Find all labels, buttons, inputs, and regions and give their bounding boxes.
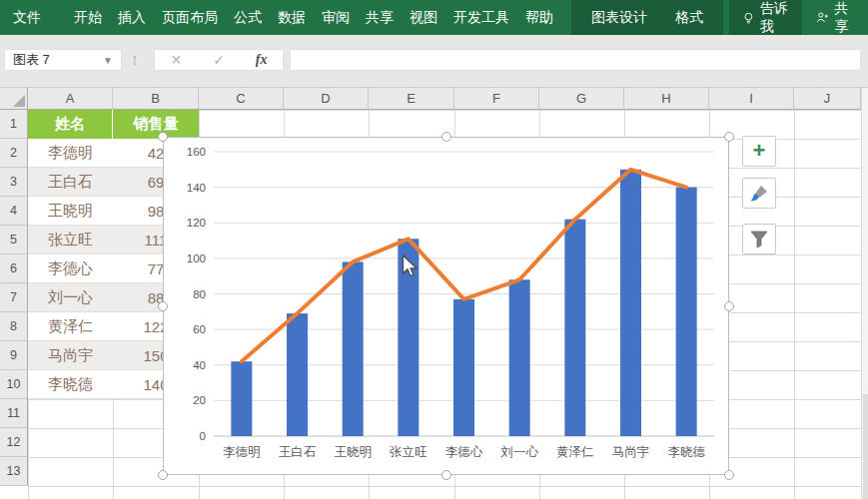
y-axis-tick-label: 0	[200, 430, 206, 442]
resize-handle-bottom-left[interactable]	[158, 470, 168, 480]
row-header-3[interactable]: 3	[0, 168, 28, 197]
row-header-9[interactable]: 9	[0, 341, 28, 370]
tab-home[interactable]: 开始	[66, 0, 110, 35]
tab-page-layout[interactable]: 页面布局	[154, 0, 226, 35]
tab-developer[interactable]: 开发工具	[445, 0, 517, 35]
tab-help[interactable]: 帮助	[517, 0, 561, 35]
ribbon-main-tabs: 开始插入页面布局公式数据审阅共享视图开发工具帮助	[66, 0, 561, 35]
row-header-8[interactable]: 8	[0, 312, 28, 341]
gridline-horizontal	[28, 486, 861, 487]
resize-handle-bottom-right[interactable]	[724, 470, 734, 480]
column-header-f[interactable]: F	[454, 88, 539, 110]
funnel-icon	[749, 230, 769, 249]
row-header-10[interactable]: 10	[0, 370, 28, 399]
chart-styles-button[interactable]	[742, 178, 776, 209]
bar-黄泽仁	[564, 220, 585, 436]
sales-combo-chart: 020406080100120140160李德明王白石王晓明张立旺李德心刘一心黄…	[164, 138, 728, 474]
table-row-name-cell[interactable]: 马尚宇	[28, 341, 113, 370]
row-header-1[interactable]: 1	[0, 110, 28, 139]
cancel-icon[interactable]: ✕	[170, 52, 182, 68]
column-header-j[interactable]: J	[794, 88, 861, 110]
tab-data[interactable]: 数据	[270, 0, 314, 35]
table-row-name-cell[interactable]: 张立旺	[28, 226, 113, 254]
y-axis-tick-label: 80	[193, 288, 206, 300]
y-axis-tick-label: 60	[193, 323, 206, 335]
row-header-5[interactable]: 5	[0, 226, 28, 254]
share-label: 共享	[835, 0, 854, 36]
row-header-4[interactable]: 4	[0, 197, 28, 226]
chart-elements-button[interactable]: +	[742, 136, 776, 167]
tab-formulas[interactable]: 公式	[226, 0, 270, 35]
table-row-name-cell[interactable]: 王晓明	[28, 197, 113, 226]
formula-bar-divider: ⁞	[133, 49, 136, 71]
bar-马尚宇	[620, 170, 641, 436]
row-header-13[interactable]: 13	[0, 457, 28, 486]
table-row-name-cell[interactable]: 刘一心	[28, 283, 113, 312]
tab-view[interactable]: 视图	[402, 0, 445, 35]
tell-me-button[interactable]: 告诉我	[729, 0, 802, 35]
column-header-i[interactable]: I	[709, 88, 794, 110]
y-axis-tick-label: 20	[193, 394, 206, 406]
column-header-g[interactable]: G	[539, 88, 624, 110]
table-row-name-cell[interactable]: 李德心	[28, 254, 113, 283]
x-axis-category-label: 李晓德	[667, 445, 705, 459]
tell-me-label: 告诉我	[760, 0, 788, 36]
resize-handle-top-right[interactable]	[724, 132, 734, 142]
resize-handle-bottom-middle[interactable]	[441, 470, 451, 480]
tab-insert[interactable]: 插入	[110, 0, 154, 35]
lightbulb-icon	[743, 9, 754, 27]
row-header-7[interactable]: 7	[0, 283, 28, 312]
column-header-d[interactable]: D	[284, 88, 369, 110]
y-axis-tick-label: 160	[187, 146, 206, 158]
row-header-12[interactable]: 12	[0, 428, 28, 457]
row-header-11[interactable]: 11	[0, 399, 28, 428]
resize-handle-middle-right[interactable]	[724, 301, 734, 311]
tab-file[interactable]: 文件	[0, 0, 54, 35]
x-axis-category-label: 刘一心	[499, 445, 538, 459]
column-header-e[interactable]: E	[369, 88, 454, 110]
tab-review[interactable]: 审阅	[314, 0, 358, 35]
formula-input[interactable]	[290, 49, 861, 71]
vertical-scrollbar[interactable]	[861, 88, 868, 499]
resize-handle-top-left[interactable]	[158, 132, 168, 142]
column-header-a[interactable]: A	[28, 88, 113, 110]
column-header-h[interactable]: H	[624, 88, 709, 110]
share-person-icon	[816, 9, 829, 26]
tab-share[interactable]: 共享	[358, 0, 402, 35]
x-axis-category-label: 张立旺	[390, 445, 428, 459]
chart-object[interactable]: 020406080100120140160李德明王白石王晓明张立旺李德心刘一心黄…	[163, 137, 729, 475]
bar-王晓明	[343, 261, 364, 436]
enter-icon[interactable]: ✓	[213, 52, 225, 68]
name-box[interactable]: 图表 7 ▼	[4, 49, 122, 71]
bar-王白石	[287, 313, 308, 436]
tab-chart-design[interactable]: 图表设计	[577, 0, 661, 35]
resize-handle-middle-left[interactable]	[158, 301, 168, 311]
column-header-b[interactable]: B	[113, 88, 199, 110]
row-header-2[interactable]: 2	[0, 139, 28, 168]
table-header-name: 姓名	[28, 110, 113, 139]
table-row-name-cell[interactable]: 李晓德	[28, 370, 113, 399]
select-all-corner[interactable]	[0, 88, 28, 110]
select-all-triangle-icon	[13, 95, 25, 107]
scrollbar-thumb[interactable]	[863, 394, 868, 499]
tab-format[interactable]: 格式	[661, 0, 717, 35]
excel-window: 文件 开始插入页面布局公式数据审阅共享视图开发工具帮助 图表设计格式 告诉我 共…	[0, 0, 868, 499]
bar-刘一心	[509, 279, 530, 436]
column-header-c[interactable]: C	[199, 88, 284, 110]
chart-filters-button[interactable]	[742, 224, 776, 254]
y-axis-tick-label: 40	[193, 359, 206, 371]
insert-function-icon[interactable]: fx	[256, 52, 268, 68]
formula-buttons: ✕ ✓ fx	[154, 49, 284, 71]
row-header-6[interactable]: 6	[0, 254, 28, 283]
bar-李德明	[231, 361, 252, 436]
chevron-down-icon[interactable]: ▼	[103, 55, 113, 66]
contextual-tab-group: 图表设计格式	[571, 0, 723, 35]
x-axis-category-label: 李德明	[223, 445, 261, 459]
ribbon-tab-bar: 文件 开始插入页面布局公式数据审阅共享视图开发工具帮助 图表设计格式 告诉我 共…	[0, 0, 868, 35]
table-row-name-cell[interactable]: 王白石	[28, 168, 113, 197]
table-row-name-cell[interactable]: 李德明	[28, 139, 113, 168]
bar-李德心	[453, 299, 474, 436]
resize-handle-top-middle[interactable]	[441, 132, 451, 142]
share-button[interactable]: 共享	[802, 0, 868, 35]
table-row-name-cell[interactable]: 黄泽仁	[28, 312, 113, 341]
